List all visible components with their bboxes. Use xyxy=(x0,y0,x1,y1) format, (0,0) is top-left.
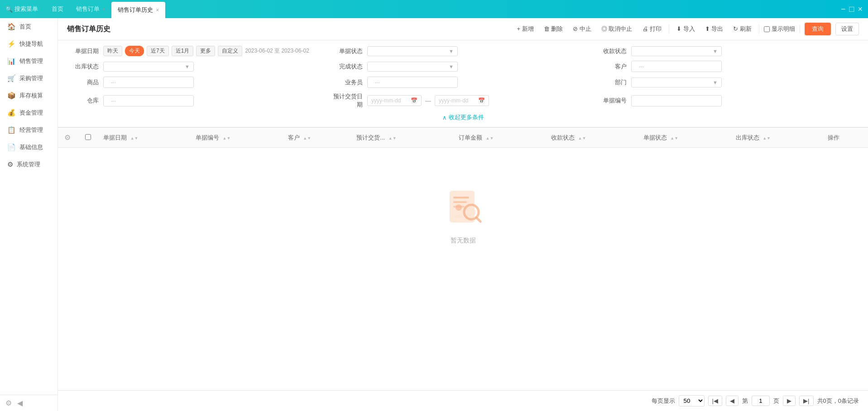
main-layout: 🏠首页⚡快捷导航📊销售管理🛒采购管理📦库存核算💰资金管理📋经营管理📄基础信息⚙系… xyxy=(0,18,868,411)
refresh-button[interactable]: ↻ 刷新 xyxy=(730,23,754,35)
col-date: 单据日期 ▲▼ xyxy=(98,128,190,148)
chevron-down-icon-4: ▼ xyxy=(449,64,454,69)
sort-icon-6: ▲▼ xyxy=(578,136,586,140)
dots-icon-4[interactable]: ··· xyxy=(109,97,118,104)
col-receipt-status: 收款状态 ▲▼ xyxy=(546,128,638,148)
print-button[interactable]: 🖨 打印 xyxy=(640,23,665,35)
dots-icon[interactable]: ··· xyxy=(637,63,646,70)
complete-status-select[interactable]: ▼ xyxy=(367,62,458,72)
sidebar-item-经营管理[interactable]: 📋经营管理 xyxy=(0,121,58,139)
sidebar-icon: 🏠 xyxy=(7,23,16,31)
order-status-select[interactable]: ▼ xyxy=(367,46,458,56)
collapse-icon[interactable]: ◀ xyxy=(17,399,23,407)
date-tag-yesterday[interactable]: 昨天 xyxy=(103,46,122,56)
display-detail-checkbox[interactable] xyxy=(764,26,770,32)
cancel-stop-button[interactable]: ◎ 取消中止 xyxy=(599,23,635,35)
page-input[interactable] xyxy=(752,396,770,406)
close-button[interactable]: × xyxy=(858,5,863,14)
display-detail-checkbox-label[interactable]: 显示明细 xyxy=(764,25,795,33)
tab-销售订单[interactable]: 销售订单× xyxy=(70,0,111,18)
top-bar: 🔍 搜索菜单 首页销售订单×销售订单历史× − □ × xyxy=(0,0,868,18)
filter-panel: 单据日期 昨天 今天 近7天 近1月 更多 自定义 2023-06-02 至 2… xyxy=(58,40,868,127)
sidebar-item-label: 资金管理 xyxy=(19,109,43,117)
delivery-date-from[interactable]: yyyy-mm-dd 📅 xyxy=(367,95,422,106)
chevron-up-icon: ∧ xyxy=(442,114,447,121)
table-checkbox-col xyxy=(80,128,98,148)
col-out-status: 出库状态 ▲▼ xyxy=(730,128,823,148)
sort-icon-7: ▲▼ xyxy=(670,136,678,140)
minimize-button[interactable]: − xyxy=(841,5,846,14)
sidebar-item-快捷导航[interactable]: ⚡快捷导航 xyxy=(0,35,58,53)
sort-icon-3: ▲▼ xyxy=(303,136,311,140)
tab-首页[interactable]: 首页 xyxy=(45,0,70,18)
date-tag-1month[interactable]: 近1月 xyxy=(172,46,194,56)
sidebar-item-资金管理[interactable]: 💰资金管理 xyxy=(0,104,58,121)
date-tag-today[interactable]: 今天 xyxy=(125,46,144,56)
sort-icon-5: ▲▼ xyxy=(486,136,494,140)
new-button[interactable]: + 新增 xyxy=(514,23,536,35)
warehouse-filter: ··· xyxy=(103,95,331,106)
next-page-button[interactable]: ▶ xyxy=(783,396,796,406)
first-page-button[interactable]: |◀ xyxy=(708,396,722,406)
last-page-button[interactable]: ▶| xyxy=(799,396,813,406)
sidebar-item-label: 首页 xyxy=(19,23,31,31)
receipt-status-select[interactable]: ▼ xyxy=(631,46,722,56)
per-page-select[interactable]: 50 10 20 100 xyxy=(679,395,705,406)
out-status-select[interactable]: ▼ xyxy=(103,62,194,72)
prev-page-button[interactable]: ◀ xyxy=(726,396,739,406)
table-head: ⚙ 单据日期 ▲▼ 单据编号 ▲▼ xyxy=(58,128,868,148)
delivery-date-to[interactable]: yyyy-mm-dd 📅 xyxy=(435,95,489,106)
sidebar-icon: ⚙ xyxy=(7,160,13,169)
sidebar-item-label: 库存核算 xyxy=(19,92,43,100)
collapse-link[interactable]: ∧ 收起更多条件 xyxy=(67,113,859,121)
tab-销售订单历史[interactable]: 销售订单历史× xyxy=(111,2,165,18)
dept-select[interactable]: ▼ xyxy=(631,77,722,87)
chevron-down-icon-2: ▼ xyxy=(713,48,718,54)
search-menu-btn[interactable]: 🔍 搜索菜单 xyxy=(5,5,38,13)
table-settings-col: ⚙ xyxy=(58,128,80,148)
date-tag-7days[interactable]: 近7天 xyxy=(147,46,169,56)
customer-select[interactable]: ··· xyxy=(631,61,722,72)
sidebar-item-基础信息[interactable]: 📄基础信息 xyxy=(0,139,58,156)
salesperson-select[interactable]: ··· xyxy=(367,77,458,88)
dots-icon-2[interactable]: ··· xyxy=(109,79,118,86)
restore-button[interactable]: □ xyxy=(849,5,854,14)
toolbar-divider-3 xyxy=(800,24,800,34)
sidebar-item-系统管理[interactable]: ⚙系统管理 xyxy=(0,156,58,173)
order-no-input[interactable] xyxy=(631,95,722,106)
sidebar-item-采购管理[interactable]: 🛒采购管理 xyxy=(0,70,58,87)
dots-icon-3[interactable]: ··· xyxy=(373,79,382,86)
svg-point-5 xyxy=(467,208,476,217)
settings-icon[interactable]: ⚙ xyxy=(5,399,12,407)
sort-icon: ▲▼ xyxy=(130,136,139,140)
date-tag-more[interactable]: 更多 xyxy=(196,46,215,56)
complete-status-label: 完成状态 xyxy=(331,63,367,71)
query-button[interactable]: 查询 xyxy=(805,23,831,35)
stop-button[interactable]: ⊘ 中止 xyxy=(570,23,594,35)
tab-close-icon[interactable]: × xyxy=(156,7,158,13)
tab-close-icon[interactable]: × xyxy=(102,6,105,12)
salesperson-label: 业务员 xyxy=(331,78,367,87)
warehouse-select[interactable]: ··· xyxy=(103,95,194,106)
select-all-checkbox[interactable] xyxy=(85,134,91,140)
goods-select[interactable]: ··· xyxy=(103,77,194,88)
sidebar-item-label: 基础信息 xyxy=(19,143,43,151)
setting-button[interactable]: 设置 xyxy=(835,23,859,35)
sidebar-item-首页[interactable]: 🏠首页 xyxy=(0,18,58,35)
search-icon: 🔍 xyxy=(5,6,13,13)
table-settings-button[interactable]: ⚙ xyxy=(63,132,72,143)
export-button[interactable]: ⬆ 导出 xyxy=(702,23,726,35)
col-customer: 客户 ▲▼ xyxy=(283,128,351,148)
total-label: 共0页，0条记录 xyxy=(817,397,859,405)
delete-button[interactable]: 🗑 删除 xyxy=(541,23,566,35)
chevron-down-icon-5: ▼ xyxy=(713,80,718,85)
date-filter-value: 昨天 今天 近7天 近1月 更多 自定义 2023-06-02 至 2023-0… xyxy=(103,46,331,56)
sidebar-item-销售管理[interactable]: 📊销售管理 xyxy=(0,53,58,70)
sidebar-item-label: 销售管理 xyxy=(19,57,43,65)
sidebar-item-库存核算[interactable]: 📦库存核算 xyxy=(0,87,58,104)
import-button[interactable]: ⬇ 导入 xyxy=(674,23,698,35)
sidebar-icon: 📄 xyxy=(7,143,16,151)
sidebar-icon: ⚡ xyxy=(7,40,16,48)
date-tag-custom[interactable]: 自定义 xyxy=(218,46,242,56)
svg-rect-2 xyxy=(453,201,467,203)
